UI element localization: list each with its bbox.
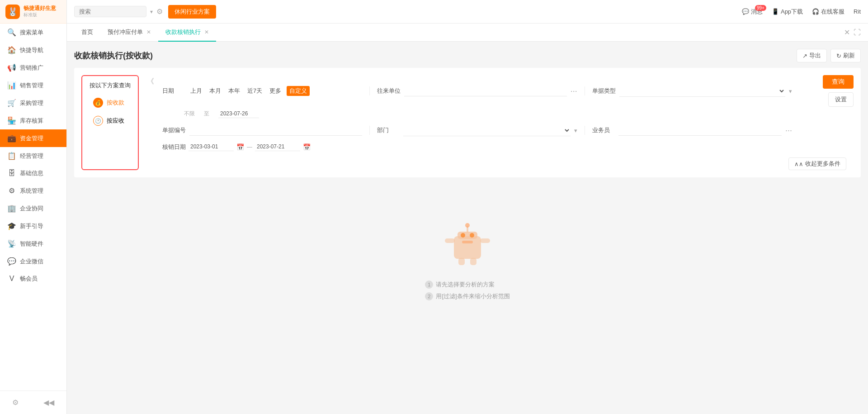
solution-button[interactable]: 休闲行业方案: [168, 5, 216, 19]
filter-option-by-receipt[interactable]: 💰 按收款: [90, 95, 131, 110]
filter-date-field: 日期 上月 本月 本年 近7天 更多 自定义: [162, 86, 362, 96]
tab-home[interactable]: 首页: [74, 24, 100, 42]
sidebar-item-quicknav[interactable]: 🏠 快捷导航: [0, 41, 66, 59]
search-chevron-icon[interactable]: ▾: [150, 9, 153, 15]
online-service-button[interactable]: 🎧 在线客服: [812, 8, 844, 16]
bill-type-chevron: ▾: [789, 88, 792, 95]
filter-option-by-receivable[interactable]: 🕐 按应收: [90, 113, 131, 128]
wechat-icon: 💬: [7, 257, 16, 266]
sidebar-item-label: 采购管理: [20, 99, 43, 107]
tip-num-1: 1: [425, 281, 433, 289]
tab-prepay-close[interactable]: ✕: [146, 29, 151, 35]
purchase-icon: 🛒: [7, 99, 16, 107]
enterprise-icon: 🏢: [7, 204, 16, 213]
tip-text-2: 用[过滤]条件来缩小分析范围: [436, 290, 509, 302]
counterpart-input[interactable]: [404, 86, 566, 96]
filter-panel: 按以下方案查询 💰 按收款 🕐 按应收 《 日期: [74, 68, 861, 177]
empty-tips: 1 请先选择要分析的方案 2 用[过滤]条件来缩小分析范围: [425, 279, 509, 302]
export-button[interactable]: ↗ 导出: [797, 49, 827, 62]
filter-collapse-button[interactable]: 《: [146, 75, 155, 170]
date-end-input[interactable]: [218, 109, 259, 118]
writeoff-start-calendar-icon[interactable]: 📅: [236, 143, 244, 151]
filter-row-1: 日期 上月 本月 本年 近7天 更多 自定义 往来单位: [162, 75, 854, 107]
user-name: Rit: [854, 8, 861, 15]
topbar: ▾ ⚙ 休闲行业方案 💬 消息 99+ 📱 App下载 🎧 在线客服 Rit: [67, 0, 868, 24]
collapse-sidebar-icon[interactable]: ◀◀: [40, 395, 58, 410]
user-avatar-button[interactable]: Rit: [854, 8, 861, 15]
tab-receipt-label: 收款核销执行: [165, 28, 201, 36]
writeoff-end-calendar-icon[interactable]: 📅: [303, 143, 311, 151]
search-icon: 🔍: [7, 28, 16, 37]
writeoff-date-end-input[interactable]: [255, 143, 300, 151]
date-7days[interactable]: 近7天: [245, 86, 264, 96]
salesman-input[interactable]: [618, 125, 782, 136]
bill-no-input[interactable]: [189, 125, 362, 136]
sidebar-item-marketing[interactable]: 📢 营销推广: [0, 59, 66, 76]
sidebar-item-funds[interactable]: 💼 资金管理: [0, 129, 66, 147]
vip-icon: V: [7, 275, 16, 283]
date-unlimited-label: 不限: [184, 110, 195, 118]
logo-icon: 🐰: [5, 5, 20, 19]
refresh-button[interactable]: ↻ 刷新: [830, 49, 861, 62]
sidebar-item-newbie[interactable]: 🎓 新手引导: [0, 217, 66, 235]
filter-bill-no-field: 单据编号: [162, 125, 362, 136]
sidebar-item-purchase[interactable]: 🛒 采购管理: [0, 94, 66, 112]
collapse-icon: ∧∧: [794, 161, 803, 167]
salesman-dots-icon[interactable]: ···: [785, 126, 792, 135]
filter-settings-button[interactable]: 设置: [828, 92, 854, 107]
sidebar-item-operations[interactable]: 📋 经营管理: [0, 147, 66, 165]
tab-receipt-writeoff[interactable]: 收款核销执行 ✕: [158, 24, 216, 42]
sidebar-item-inventory[interactable]: 🏪 库存核算: [0, 112, 66, 129]
svg-rect-4: [462, 241, 473, 243]
sidebar-item-basic[interactable]: 🗄 基础信息: [0, 165, 66, 182]
sidebar-item-enterprise[interactable]: 🏢 企业协同: [0, 200, 66, 217]
sidebar-item-vip[interactable]: V 畅会员: [0, 270, 66, 287]
empty-tip-2: 2 用[过滤]条件来缩小分析范围: [425, 290, 509, 302]
tab-prepay-flush[interactable]: 预付冲应付单 ✕: [100, 24, 158, 42]
dept-select[interactable]: [403, 124, 570, 136]
date-this-month[interactable]: 本月: [208, 86, 223, 96]
svg-rect-6: [480, 238, 490, 243]
settings-gear-icon[interactable]: ⚙: [156, 7, 163, 16]
filter-counterpart-field: 往来单位 ···: [377, 86, 577, 96]
tabs-expand-icon[interactable]: ⛶: [854, 29, 861, 37]
tabs-bar: 首页 预付冲应付单 ✕ 收款核销执行 ✕ ✕ ⛶: [67, 24, 868, 42]
operations-icon: 📋: [7, 152, 16, 160]
sidebar-item-search[interactable]: 🔍 搜索菜单: [0, 24, 66, 41]
svg-rect-5: [445, 238, 455, 243]
sidebar-item-hardware[interactable]: 📡 智能硬件: [0, 235, 66, 252]
tabs-right-controls: ✕ ⛶: [844, 28, 861, 37]
app-download-label: App下载: [781, 8, 803, 16]
filter-date-range-row: 不限 至: [184, 109, 854, 118]
sidebar-item-label: 基础信息: [20, 169, 43, 177]
page-header: 收款核销执行(按收款) ↗ 导出 ↻ 刷新: [74, 49, 861, 62]
tip-text-1: 请先选择要分析的方案: [436, 279, 495, 290]
sidebar-item-label: 经营管理: [20, 152, 43, 160]
dept-label: 部门: [377, 126, 400, 134]
tip-num-2: 2: [425, 292, 433, 300]
app-download-button[interactable]: 📱 App下载: [772, 8, 803, 16]
counterpart-dots-icon[interactable]: ···: [571, 86, 577, 96]
topbar-search-input[interactable]: [74, 6, 146, 17]
sidebar-item-label: 销售管理: [20, 81, 43, 90]
writeoff-date-start-input[interactable]: [189, 143, 234, 151]
date-last-month[interactable]: 上月: [189, 86, 204, 96]
salesman-label: 业务员: [592, 126, 615, 134]
date-more[interactable]: 更多: [268, 86, 283, 96]
bill-type-select[interactable]: [619, 85, 785, 97]
date-custom[interactable]: 自定义: [287, 86, 310, 96]
query-button[interactable]: 查询: [823, 75, 854, 89]
svg-rect-0: [454, 236, 481, 259]
tabs-close-all-icon[interactable]: ✕: [844, 28, 850, 37]
receivable-option-icon: 🕐: [93, 116, 103, 126]
sidebar-item-system[interactable]: ⚙ 系统管理: [0, 182, 66, 200]
headset-icon: 🎧: [812, 8, 819, 15]
message-button[interactable]: 💬 消息 99+: [742, 8, 763, 16]
settings-bottom-icon[interactable]: ⚙: [9, 395, 22, 410]
sidebar-item-wechat[interactable]: 💬 企业微信: [0, 252, 66, 270]
filter-salesman-field: 业务员 ···: [592, 125, 792, 136]
sidebar-item-sales[interactable]: 📊 销售管理: [0, 76, 66, 94]
tab-receipt-close[interactable]: ✕: [204, 29, 209, 35]
collapse-more-button[interactable]: ∧∧ 收起更多条件: [788, 157, 846, 170]
date-this-year[interactable]: 本年: [226, 86, 242, 96]
